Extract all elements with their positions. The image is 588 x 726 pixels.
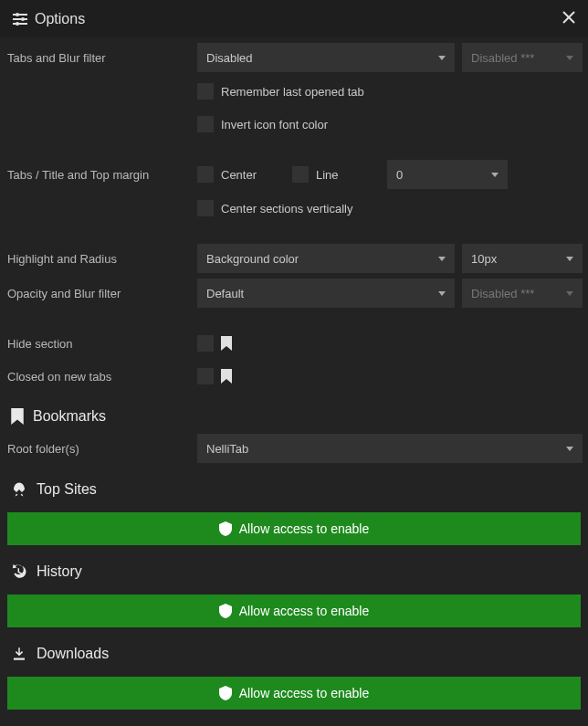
select-opacity[interactable]: Default	[197, 279, 455, 308]
section-top-sites-title: Top Sites	[37, 481, 97, 498]
checkbox-invert-icon[interactable]	[197, 116, 214, 132]
shield-icon	[219, 686, 232, 700]
select-opacity-blur[interactable]: Disabled ***	[462, 279, 583, 308]
row-opacity-blur: Opacity and Blur filter Default Disabled…	[5, 279, 583, 308]
settings-icon	[13, 13, 27, 26]
bookmark-icon	[221, 369, 232, 384]
select-tabs-value: Disabled	[206, 51, 253, 65]
row-hide-section: Hide section	[5, 330, 583, 357]
checkbox-closed-new-tabs[interactable]	[197, 368, 214, 384]
ctrl-opacity-blur: Default Disabled ***	[197, 279, 583, 308]
row-root-folder: Root folder(s) NelliTab	[5, 434, 583, 463]
select-opacity-blur-value: Disabled ***	[471, 287, 534, 300]
section-bookmarks-title: Bookmarks	[33, 408, 106, 425]
download-icon	[11, 646, 27, 662]
row-highlight-radius: Highlight and Radius Background color 10…	[5, 244, 583, 273]
checkbox-hide-section[interactable]	[197, 335, 214, 352]
chevron-down-icon	[438, 257, 446, 261]
label-opacity-blur: Opacity and Blur filter	[5, 287, 197, 300]
bookmark-icon	[11, 408, 24, 425]
svg-rect-0	[13, 14, 27, 16]
select-top-margin[interactable]: 0	[387, 160, 508, 189]
section-history-title: History	[37, 563, 82, 580]
shield-icon	[219, 521, 232, 536]
ctrl-tabs-blur: Disabled Disabled ***	[197, 43, 583, 72]
label-line: Line	[316, 168, 380, 182]
label-tabs-title-margin: Tabs / Title and Top margin	[5, 168, 197, 182]
section-history: History	[5, 551, 583, 589]
allow-downloads-button[interactable]: Allow access to enable	[7, 677, 581, 710]
shield-icon	[219, 604, 232, 618]
label-remember-tab: Remember last opened tab	[221, 85, 364, 99]
svg-rect-2	[13, 23, 27, 25]
select-tabs[interactable]: Disabled	[197, 43, 455, 72]
svg-point-5	[16, 22, 19, 26]
content: Tabs and Blur filter Disabled Disabled *…	[0, 37, 588, 721]
header-title-wrap: Options	[13, 11, 562, 27]
allow-top-sites-label: Allow access to enable	[239, 521, 369, 536]
label-center-vert: Center sections vertically	[221, 202, 353, 216]
select-radius-value: 10px	[471, 252, 497, 266]
rocket-icon	[11, 481, 27, 498]
label-tabs-blur: Tabs and Blur filter	[5, 51, 197, 65]
chevron-down-icon	[566, 447, 573, 451]
label-hide-section: Hide section	[5, 337, 197, 351]
allow-top-sites-button[interactable]: Allow access to enable	[7, 512, 581, 545]
label-center: Center	[221, 168, 285, 182]
row-remember-tab: Remember last opened tab	[5, 78, 583, 105]
label-highlight-radius: Highlight and Radius	[5, 252, 197, 266]
header: Options	[0, 0, 588, 37]
label-invert-icon: Invert icon font color	[221, 118, 328, 132]
section-top-sites: Top Sites	[5, 468, 583, 507]
select-blur-value: Disabled ***	[471, 51, 534, 65]
row-invert-icon: Invert icon font color	[5, 110, 583, 138]
select-root-folder-value: NelliTab	[206, 442, 248, 456]
chevron-down-icon	[438, 291, 446, 296]
ctrl-center-vert: Center sections vertically	[197, 200, 583, 216]
ctrl-highlight-radius: Background color 10px	[197, 244, 583, 273]
history-icon	[11, 563, 27, 580]
row-tabs-title-margin: Tabs / Title and Top margin Center Line …	[5, 160, 583, 189]
select-radius[interactable]: 10px	[462, 244, 583, 273]
allow-downloads-label: Allow access to enable	[239, 686, 369, 700]
select-top-margin-value: 0	[396, 168, 403, 182]
row-center-vert: Center sections vertically	[5, 195, 583, 222]
section-bookmarks: Bookmarks	[5, 395, 583, 434]
row-closed-new-tabs: Closed on new tabs	[5, 363, 583, 390]
checkbox-line[interactable]	[292, 166, 309, 183]
ctrl-remember-tab: Remember last opened tab	[197, 83, 583, 100]
select-highlight[interactable]: Background color	[197, 244, 455, 273]
ctrl-closed-new-tabs	[197, 368, 583, 384]
chevron-down-icon	[491, 173, 499, 177]
chevron-down-icon	[566, 257, 573, 261]
chevron-down-icon	[438, 56, 446, 60]
select-blur[interactable]: Disabled ***	[462, 43, 583, 72]
label-root-folder: Root folder(s)	[5, 442, 197, 456]
allow-history-label: Allow access to enable	[239, 604, 369, 618]
ctrl-tabs-title-margin: Center Line 0	[197, 160, 583, 189]
checkbox-center-vert[interactable]	[197, 200, 214, 216]
select-opacity-value: Default	[206, 287, 244, 300]
allow-history-button[interactable]: Allow access to enable	[7, 594, 581, 627]
svg-point-3	[16, 13, 19, 16]
page-title: Options	[35, 11, 85, 27]
ctrl-hide-section	[197, 335, 583, 352]
ctrl-invert-icon: Invert icon font color	[197, 116, 583, 132]
svg-point-4	[21, 17, 25, 21]
close-button[interactable]	[562, 9, 575, 28]
checkbox-center[interactable]	[197, 166, 214, 183]
select-highlight-value: Background color	[206, 252, 299, 266]
svg-rect-1	[13, 18, 27, 20]
section-downloads: Downloads	[5, 633, 583, 671]
ctrl-root-folder: NelliTab	[197, 434, 583, 463]
row-tabs-blur: Tabs and Blur filter Disabled Disabled *…	[5, 43, 583, 72]
select-root-folder[interactable]: NelliTab	[197, 434, 583, 463]
label-closed-new-tabs: Closed on new tabs	[5, 370, 197, 384]
chevron-down-icon	[566, 56, 573, 60]
close-icon	[562, 11, 575, 24]
checkbox-remember-tab[interactable]	[197, 83, 214, 100]
bookmark-icon	[221, 336, 232, 351]
section-downloads-title: Downloads	[37, 646, 109, 662]
chevron-down-icon	[566, 291, 573, 296]
